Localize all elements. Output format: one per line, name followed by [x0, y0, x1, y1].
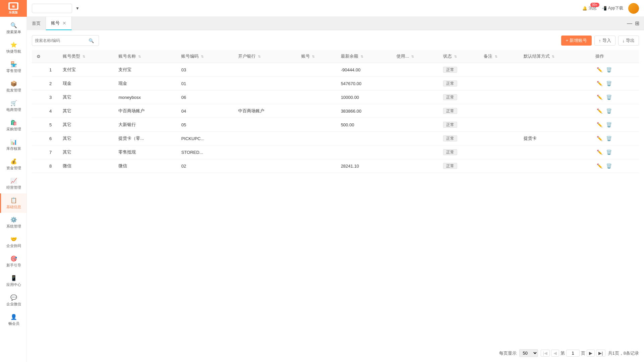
edit-button[interactable]: ✏️ — [595, 135, 604, 142]
col-type[interactable]: 账号类型 ⇅ — [59, 50, 114, 63]
row-type: 支付宝 — [59, 63, 114, 77]
sidebar-item-quick[interactable]: ⭐ 快捷导航 — [0, 38, 26, 57]
delete-button[interactable]: 🗑️ — [605, 149, 613, 156]
col-use[interactable]: 使用... ⇅ — [392, 50, 439, 63]
edit-button[interactable]: ✏️ — [595, 66, 604, 73]
app-download-button[interactable]: 📲 App下载 — [602, 5, 623, 11]
search-input[interactable] — [35, 38, 89, 43]
pagination: 每页显示 50 100 200 |◀ ◀ 第 页 ▶ ▶| 共1页，8条记录 — [32, 346, 639, 357]
sidebar-item-appstore[interactable]: 📱 应用中心 — [0, 271, 26, 291]
sidebar-item-enterprise[interactable]: 🤝 企业协同 — [0, 232, 26, 252]
window-minimize-button[interactable]: — — [626, 20, 634, 27]
window-expand-button[interactable]: ⊞ — [634, 19, 641, 27]
sidebar-item-retail[interactable]: 🏪 零售管理 — [0, 57, 26, 77]
add-account-button[interactable]: + 新增账号 — [561, 36, 592, 46]
row-use — [392, 118, 439, 132]
delete-button[interactable]: 🗑️ — [605, 135, 613, 142]
header-dropdown[interactable]: ▼ — [75, 6, 79, 11]
row-account — [297, 104, 337, 118]
edit-button[interactable]: ✏️ — [595, 80, 604, 87]
edit-button[interactable]: ✏️ — [595, 121, 604, 128]
sidebar-item-search[interactable]: 🔍 搜索菜单 — [0, 18, 26, 38]
row-default-settle — [520, 63, 591, 77]
row-use — [392, 132, 439, 145]
table-row: 1 支付宝 支付宝 03 -90444.00 正常 ✏️ 🗑️ — [32, 63, 639, 77]
col-default-settle[interactable]: 默认结算方式 ⇅ — [520, 50, 591, 63]
sidebar-item-capital[interactable]: 💰 资金管理 — [0, 155, 26, 174]
page-input[interactable] — [566, 350, 580, 357]
row-name: 提货卡（零... — [114, 132, 177, 145]
per-page-select[interactable]: 50 100 200 — [519, 349, 538, 357]
col-balance[interactable]: 最新余额 ⇅ — [337, 50, 392, 63]
row-name: moneybosx — [114, 90, 177, 104]
col-name[interactable]: 账号名称 ⇅ — [114, 50, 177, 63]
export-button[interactable]: ↓ 导出 — [618, 36, 639, 46]
row-bank — [234, 90, 297, 104]
delete-button[interactable]: 🗑️ — [605, 108, 613, 114]
col-code[interactable]: 账号编码 ⇅ — [177, 50, 234, 63]
delete-button[interactable]: 🗑️ — [605, 94, 613, 101]
sidebar-item-inventory[interactable]: 📊 库存核算 — [0, 135, 26, 155]
table-wrapper: ⚙ 账号类型 ⇅ 账号名称 ⇅ 账号编码 ⇅ — [32, 50, 639, 346]
row-default-settle — [520, 159, 591, 173]
message-button[interactable]: 🔔 消息 99+ — [582, 5, 597, 11]
page-next-button[interactable]: ▶ — [587, 350, 595, 357]
import-button[interactable]: ↑ 导入 — [594, 36, 615, 46]
sort-remark-icon: ⇅ — [495, 55, 497, 58]
row-code: 02 — [177, 159, 234, 173]
row-type: 现金 — [59, 77, 114, 90]
row-name: 大新银行 — [114, 118, 177, 132]
col-account[interactable]: 账号 ⇅ — [297, 50, 337, 63]
sidebar-item-guide[interactable]: 🎯 新手引导 — [0, 252, 26, 271]
page-prev-button[interactable]: ◀ — [551, 350, 559, 357]
row-default-settle — [520, 90, 591, 104]
edit-button[interactable]: ✏️ — [595, 108, 604, 114]
row-action: ✏️ 🗑️ — [591, 145, 639, 159]
sidebar-item-operations[interactable]: 📈 经营管理 — [0, 174, 26, 193]
delete-button[interactable]: 🗑️ — [605, 163, 613, 169]
col-status[interactable]: 状态 ⇅ — [439, 50, 480, 63]
tab-account[interactable]: 账号 ✕ — [46, 17, 72, 30]
user-icon: 👤 — [10, 313, 17, 320]
delete-button[interactable]: 🗑️ — [605, 80, 613, 87]
page-last-button[interactable]: ▶| — [596, 350, 605, 357]
edit-button[interactable]: ✏️ — [595, 94, 604, 101]
col-remark[interactable]: 备注 ⇅ — [480, 50, 520, 63]
sidebar-item-ecommerce[interactable]: 🛒 电商管理 — [0, 96, 26, 116]
sort-code-icon: ⇅ — [201, 55, 204, 58]
store-icon: 🏪 — [10, 61, 17, 67]
row-default-settle — [520, 118, 591, 132]
page-first-button[interactable]: |◀ — [541, 350, 550, 357]
row-code: STORED... — [177, 145, 234, 159]
tab-home[interactable]: 首页 — [27, 17, 46, 30]
edit-button[interactable]: ✏️ — [595, 149, 604, 156]
sidebar-item-basic[interactable]: 📋 基础信息 — [0, 193, 26, 213]
user-avatar[interactable] — [628, 3, 639, 14]
sort-settle-icon: ⇅ — [552, 55, 554, 58]
row-index: 8 — [45, 159, 59, 173]
sidebar-item-purchase[interactable]: 🛍️ 采购管理 — [0, 116, 26, 135]
row-name: 支付宝 — [114, 63, 177, 77]
tab-close-icon[interactable]: ✕ — [62, 20, 66, 26]
app-sub-label: 乐观版 — [9, 10, 18, 15]
info-icon: 📋 — [10, 197, 17, 203]
sidebar-item-wecom[interactable]: 💬 企业微信 — [0, 291, 26, 310]
row-action: ✏️ 🗑️ — [591, 118, 639, 132]
row-remark — [480, 63, 520, 77]
sidebar: 畅 乐观版 🔍 搜索菜单 ⭐ 快捷导航 🏪 零售管理 📦 批发管理 🛒 电商管理… — [0, 0, 27, 362]
sidebar-item-system[interactable]: ⚙️ 系统管理 — [0, 213, 26, 232]
col-settings[interactable]: ⚙ — [32, 50, 45, 63]
top-header: ▼ 🔔 消息 99+ 📲 App下载 — [27, 0, 644, 17]
sidebar-item-wholesale[interactable]: 📦 批发管理 — [0, 77, 26, 96]
row-index: 4 — [45, 104, 59, 118]
sidebar-item-member[interactable]: 👤 畅会员 — [0, 310, 26, 329]
header-search-input[interactable] — [32, 4, 72, 13]
row-default-settle: 提货卡 — [520, 132, 591, 145]
edit-button[interactable]: ✏️ — [595, 163, 604, 169]
col-bank[interactable]: 开户银行 ⇅ — [234, 50, 297, 63]
chat-icon: 💬 — [10, 294, 17, 301]
export-icon: ↓ — [623, 38, 625, 43]
delete-button[interactable]: 🗑️ — [605, 121, 613, 128]
tab-home-label: 首页 — [32, 20, 41, 26]
delete-button[interactable]: 🗑️ — [605, 66, 613, 73]
